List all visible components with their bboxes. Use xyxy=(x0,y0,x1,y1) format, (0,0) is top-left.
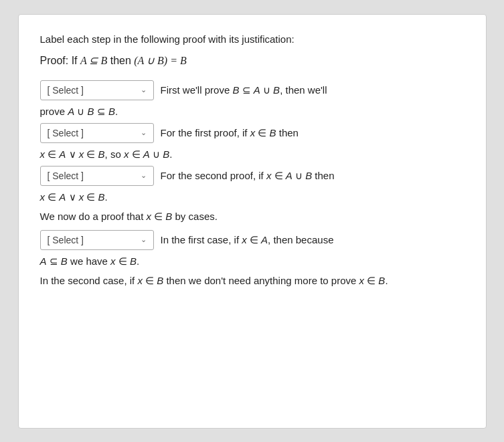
step4-text: In the first case, if x ∈ A, then becaus… xyxy=(161,234,465,246)
step3-row: [ Select ] ⌄ For the second proof, if x … xyxy=(40,166,465,186)
final-text: In the second case, if x ∈ B then we don… xyxy=(40,273,465,289)
step3-below: We now do a proof that x ∈ B by cases. xyxy=(40,209,465,225)
step3-text: For the second proof, if x ∈ A ∪ B then xyxy=(161,170,465,182)
select-dropdown-4[interactable]: [ Select ] ⌄ xyxy=(40,230,154,250)
step2-result: x ∈ A ∨ x ∈ B, so x ∈ A ∪ B. xyxy=(40,148,465,160)
select-label-2: [ Select ] xyxy=(48,128,84,138)
chevron-icon-4: ⌄ xyxy=(141,235,147,244)
step4-result: A ⊆ B we have x ∈ B. xyxy=(40,255,465,267)
select-label-1: [ Select ] xyxy=(48,85,84,96)
step4-row: [ Select ] ⌄ In the first case, if x ∈ A… xyxy=(40,230,465,250)
step1-row: [ Select ] ⌄ First we'll prove B ⊆ A ∪ B… xyxy=(40,80,465,100)
proof-title: Proof: If A ⊆ B then (A ∪ B) = B xyxy=(40,54,465,67)
select-dropdown-1[interactable]: [ Select ] ⌄ xyxy=(40,80,154,100)
chevron-icon-2: ⌄ xyxy=(141,128,147,137)
select-dropdown-3[interactable]: [ Select ] ⌄ xyxy=(40,166,154,186)
step1-continue: prove A ∪ B ⊆ B. xyxy=(40,106,465,118)
proof-title-middle: then xyxy=(107,55,134,66)
step1-text: First we'll prove B ⊆ A ∪ B, then we'll xyxy=(161,84,465,96)
instruction-text: Label each step in the following proof w… xyxy=(40,33,465,45)
select-label-3: [ Select ] xyxy=(48,171,84,181)
proof-title-math: A ⊆ B xyxy=(80,55,107,66)
chevron-icon-3: ⌄ xyxy=(141,171,147,180)
proof-card: Label each step in the following proof w… xyxy=(18,14,487,429)
select-dropdown-2[interactable]: [ Select ] ⌄ xyxy=(40,123,154,143)
step3-result: x ∈ A ∨ x ∈ B. xyxy=(40,191,465,203)
select-label-4: [ Select ] xyxy=(48,235,84,245)
step2-row: [ Select ] ⌄ For the first proof, if x ∈… xyxy=(40,123,465,143)
proof-title-prefix: Proof: If xyxy=(40,55,80,66)
chevron-icon-1: ⌄ xyxy=(141,86,147,94)
proof-title-result: (A ∪ B) = B xyxy=(134,55,187,66)
step2-text: For the first proof, if x ∈ B then xyxy=(161,127,465,139)
